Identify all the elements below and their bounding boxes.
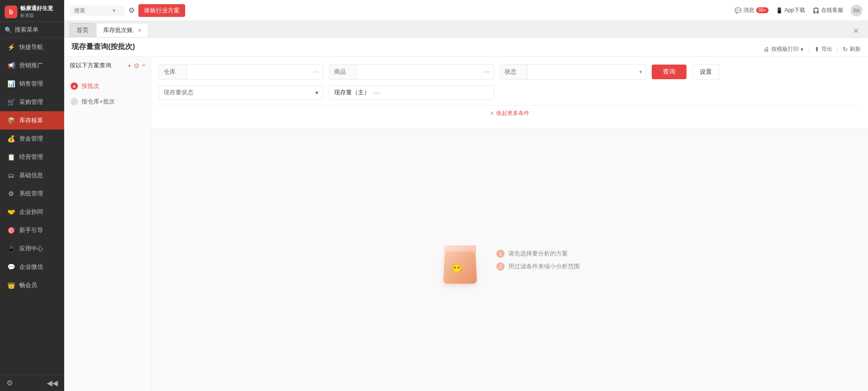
export-icon: ⬆ bbox=[814, 46, 819, 53]
sidebar-header: b 畅康通好生意 标准版 bbox=[0, 0, 64, 22]
scheme-add-button[interactable]: + bbox=[127, 62, 131, 69]
stock-status-arrow[interactable]: ▾ bbox=[315, 89, 319, 96]
empty-illustration: 😶 bbox=[439, 237, 485, 283]
sidebar-item-vip[interactable]: 👑 畅会员 bbox=[0, 276, 64, 294]
basic-label: 基础信息 bbox=[19, 171, 43, 179]
newbie-icon: 🎯 bbox=[6, 226, 16, 235]
sidebar-item-collab[interactable]: 🤝 企业协同 bbox=[0, 203, 64, 221]
messages-label: 消息 bbox=[743, 6, 754, 14]
messages-action[interactable]: 💬 消息 99+ bbox=[735, 6, 769, 14]
status-arrow-icon[interactable]: ▾ bbox=[636, 69, 646, 75]
sidebar-item-quicknav[interactable]: ⚡ 快捷导航 bbox=[0, 38, 64, 56]
scheme-item-by-batch[interactable]: ● 按批次 bbox=[64, 78, 151, 94]
hint-num-2: 2 bbox=[496, 262, 505, 271]
topbar-search-dropdown-icon[interactable]: ▾ bbox=[113, 7, 115, 14]
apps-label: 应用中心 bbox=[19, 244, 43, 253]
sales-label: 销售管理 bbox=[19, 80, 43, 88]
marketing-label: 营销推广 bbox=[19, 61, 43, 70]
sidebar-item-purchase[interactable]: 🛒 采购管理 bbox=[0, 93, 64, 111]
status-input[interactable] bbox=[527, 69, 636, 76]
quicknav-icon: ⚡ bbox=[6, 43, 16, 52]
status-filter[interactable]: 状态 ▾ bbox=[500, 64, 646, 80]
system-label: 系统管理 bbox=[19, 190, 43, 198]
empty-hint-1: 1 请先选择要分析的方案 bbox=[496, 250, 580, 258]
user-avatar-action[interactable]: Rit bbox=[851, 5, 863, 16]
tabbar: 首页 库存批次账 ✕ ✕ bbox=[64, 21, 868, 38]
sidebar-item-sales[interactable]: 📊 销售管理 bbox=[0, 75, 64, 93]
warehouse-dots[interactable]: ··· bbox=[310, 68, 323, 76]
online-service-label: 在线客服 bbox=[821, 6, 843, 14]
topbar-settings-icon[interactable]: ⚙ bbox=[128, 6, 135, 15]
scheme-item-by-warehouse-batch[interactable]: 按仓库+批次 bbox=[64, 94, 151, 109]
tab-inventory-account[interactable]: 库存批次账 ✕ bbox=[96, 23, 148, 37]
app-download-action[interactable]: 📱 App下载 bbox=[776, 6, 805, 14]
export-button[interactable]: ⬆ 导出 bbox=[814, 45, 832, 53]
topbar-search-input[interactable] bbox=[74, 7, 111, 14]
print-button[interactable]: 🖨 按模板打印 ▾ bbox=[764, 45, 803, 53]
topbar: ▾ ⚙ 体验行业方案 💬 消息 99+ 📱 App下载 🎧 在线客服 Rit bbox=[64, 0, 868, 21]
user-avatar: Rit bbox=[851, 5, 863, 16]
empty-box-face: 😶 bbox=[451, 263, 462, 274]
settings-bottom-icon[interactable]: ⚙ bbox=[6, 379, 13, 387]
sidebar-item-apps[interactable]: 📱 应用中心 bbox=[0, 239, 64, 258]
warehouse-label: 仓库 bbox=[159, 65, 187, 79]
online-service-action[interactable]: 🎧 在线客服 bbox=[813, 6, 843, 14]
collapse-sidebar-icon[interactable]: ◀◀ bbox=[47, 379, 58, 387]
sidebar-item-inventory[interactable]: 📦 库存核算 bbox=[0, 111, 64, 130]
finance-icon: 💰 bbox=[6, 134, 16, 143]
print-dropdown-icon[interactable]: ▾ bbox=[801, 46, 803, 53]
refresh-button[interactable]: ↻ 刷新 bbox=[843, 45, 861, 53]
product-input[interactable] bbox=[357, 69, 480, 76]
sidebar-item-wechat[interactable]: 💬 企业微信 bbox=[0, 258, 64, 276]
ops-icon: 📋 bbox=[6, 152, 16, 162]
product-dots[interactable]: ··· bbox=[480, 68, 494, 76]
scheme-collapse-button[interactable]: « bbox=[142, 62, 145, 69]
sidebar-item-ops[interactable]: 📋 经营管理 bbox=[0, 148, 64, 166]
collapse-more-label: 收起更多条件 bbox=[496, 110, 529, 116]
warehouse-input[interactable] bbox=[187, 69, 310, 76]
sidebar-item-marketing[interactable]: 📢 营销推广 bbox=[0, 56, 64, 75]
trial-button[interactable]: 体验行业方案 bbox=[138, 4, 185, 17]
tab-close-icon[interactable]: ✕ bbox=[137, 27, 142, 33]
search-icon: 🔍 bbox=[5, 27, 12, 33]
collab-icon: 🤝 bbox=[6, 207, 16, 217]
stock-qty-label: 现存量（主） bbox=[334, 88, 370, 97]
sidebar-title-block: 畅康通好生意 标准版 bbox=[20, 5, 53, 19]
stock-qty-filter[interactable]: 现存量（主） — bbox=[329, 85, 494, 100]
product-label: 商品 bbox=[330, 65, 357, 79]
stock-status-label: 现存量状态 bbox=[164, 88, 193, 97]
query-panel: 仓库 ··· 商品 ··· 状态 ▾ bbox=[151, 57, 868, 391]
vip-icon: 👑 bbox=[6, 281, 16, 290]
topbar-search-area[interactable]: ▾ bbox=[70, 5, 125, 16]
empty-hints: 1 请先选择要分析的方案 2 用过滤条件来缩小分析范围 bbox=[496, 250, 580, 271]
vip-label: 畅会员 bbox=[19, 281, 37, 289]
scheme-by-wh-batch-label: 按仓库+批次 bbox=[82, 98, 115, 106]
purchase-label: 采购管理 bbox=[19, 98, 43, 106]
filter-area: 仓库 ··· 商品 ··· 状态 ▾ bbox=[151, 57, 868, 129]
marketing-icon: 📢 bbox=[6, 61, 16, 70]
stock-status-filter[interactable]: 现存量状态 ▾ bbox=[159, 85, 324, 100]
page-header: 现存量查询(按批次) 🖨 按模板打印 ▾ | ⬆ 导出 | ↻ 刷新 bbox=[64, 38, 868, 57]
query-button[interactable]: 查询 bbox=[652, 65, 687, 79]
separator2: | bbox=[837, 46, 838, 53]
scheme-panel: 按以下方案查询 + ⊙ « ● 按批次 按仓库+批次 bbox=[64, 57, 151, 391]
finance-label: 资金管理 bbox=[19, 135, 43, 143]
sidebar-item-newbie[interactable]: 🎯 新手引导 bbox=[0, 221, 64, 239]
sidebar-item-basic[interactable]: 🗂 基础信息 bbox=[0, 166, 64, 185]
collapse-more-button[interactable]: ∧ 收起更多条件 bbox=[159, 105, 861, 121]
app-download-label: App下载 bbox=[785, 6, 805, 14]
panel-close-button[interactable]: ✕ bbox=[849, 25, 863, 37]
settings-button[interactable]: 设置 bbox=[692, 64, 720, 80]
page-title: 现存量查询(按批次) bbox=[71, 42, 135, 56]
warehouse-filter[interactable]: 仓库 ··· bbox=[159, 64, 324, 80]
scheme-panel-header: 按以下方案查询 + ⊙ « bbox=[64, 57, 151, 75]
sidebar-item-system[interactable]: ⚙ 系统管理 bbox=[0, 185, 64, 203]
hint-text-1: 请先选择要分析的方案 bbox=[508, 250, 568, 258]
scheme-settings-button[interactable]: ⊙ bbox=[134, 62, 139, 69]
tab-home[interactable]: 首页 bbox=[70, 23, 95, 37]
product-filter[interactable]: 商品 ··· bbox=[329, 64, 494, 80]
sidebar-item-finance[interactable]: 💰 资金管理 bbox=[0, 130, 64, 148]
basic-icon: 🗂 bbox=[6, 171, 16, 180]
sidebar-search-menu[interactable]: 🔍 搜索菜单 bbox=[0, 22, 64, 38]
edition-label: 标准版 bbox=[20, 12, 53, 19]
